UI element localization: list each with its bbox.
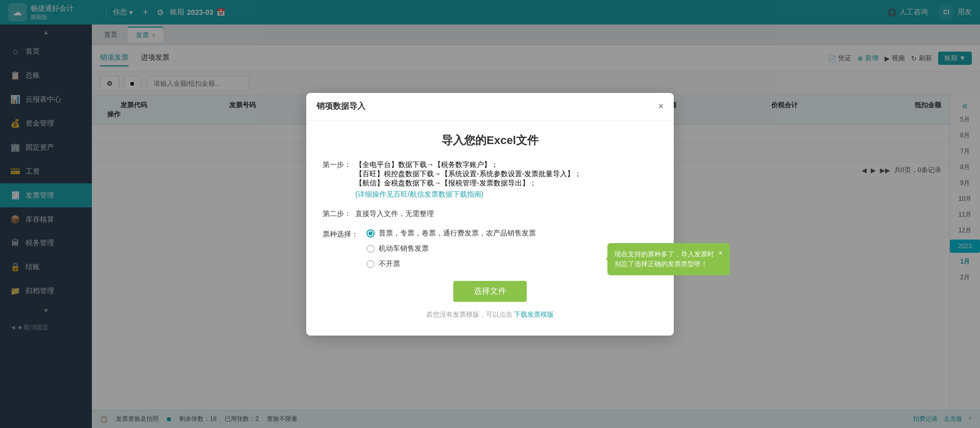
radio-normal-label: 普票，专票，卷票，通行费发票，农产品销售发票: [379, 229, 536, 238]
modal-overlay: 销项数据导入 × 导入您的Excel文件 第一步： 【全电平台】数据下载→【税务…: [0, 0, 980, 428]
modal-main-title: 导入您的Excel文件: [323, 133, 657, 148]
modal-body: 导入您的Excel文件 第一步： 【全电平台】数据下载→【税务数字账户】； 【百…: [306, 121, 674, 336]
modal-close-btn[interactable]: ×: [658, 102, 664, 111]
modal-btn-row: 选择文件: [323, 281, 657, 302]
modal-footer: 若您没有发票模版，可以点击 下载发票模版: [323, 310, 657, 319]
modal-step2: 第二步： 直接导入文件，无需整理: [323, 209, 657, 219]
step1-content: 【全电平台】数据下载→【税务数字账户】； 【百旺】税控盘数据下载→【系统设置-系…: [355, 160, 581, 199]
footer-text: 若您没有发票模版，可以点击: [426, 311, 512, 318]
radio-normal-circle: [366, 229, 375, 237]
step1-label: 第一步：: [323, 160, 351, 199]
select-file-btn[interactable]: 选择文件: [453, 281, 527, 302]
radio-normal-dot: [369, 231, 373, 235]
radio-normal[interactable]: 普票，专票，卷票，通行费发票，农产品销售发票: [366, 229, 536, 238]
step2-text: 直接导入文件，无需整理: [355, 209, 434, 219]
download-template-link[interactable]: 下载发票模版: [514, 311, 554, 318]
ticket-section: 票种选择： 普票，专票，卷票，通行费发票，农产品销售发票 机动车销售: [323, 229, 657, 269]
radio-motor[interactable]: 机动车销售发票: [366, 244, 536, 253]
radio-motor-label: 机动车销售发票: [379, 244, 429, 253]
guide-link[interactable]: (详细操作见百旺/航信发票数据下载指南): [355, 190, 483, 198]
modal-header: 销项数据导入 ×: [306, 93, 674, 121]
radio-motor-circle: [366, 245, 375, 253]
step2-label: 第二步：: [323, 209, 351, 219]
radio-none-label: 不开票: [379, 259, 400, 269]
modal-step1: 第一步： 【全电平台】数据下载→【税务数字账户】； 【百旺】税控盘数据下载→【系…: [323, 160, 657, 199]
radio-none-circle: [366, 260, 375, 268]
ticket-label: 票种选择：: [323, 229, 358, 239]
tooltip-text: 现在支持的票种多了，导入发票时别忘了选择正确的发票类型呀！: [615, 250, 714, 268]
import-modal: 销项数据导入 × 导入您的Excel文件 第一步： 【全电平台】数据下载→【税务…: [306, 93, 674, 336]
radio-none[interactable]: 不开票: [366, 259, 536, 269]
tooltip-bubble: × 现在支持的票种多了，导入发票时别忘了选择正确的发票类型呀！: [607, 243, 730, 275]
ticket-radio-group: 普票，专票，卷票，通行费发票，农产品销售发票 机动车销售发票 不开票: [362, 229, 536, 269]
tooltip-close-btn[interactable]: ×: [719, 249, 723, 256]
modal-title: 销项数据导入: [316, 101, 365, 112]
